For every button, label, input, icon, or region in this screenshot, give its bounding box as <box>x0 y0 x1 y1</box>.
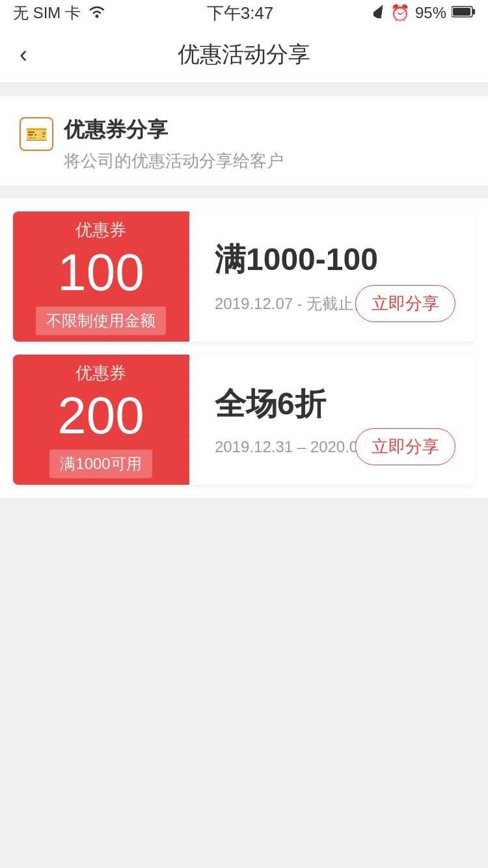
section-subtitle: 将公司的优惠活动分享给客户 <box>64 150 284 172</box>
svg-point-0 <box>96 15 99 18</box>
coupon-name-2: 全场6折 <box>215 383 455 425</box>
coupon-name-1: 满1000-100 <box>215 239 455 280</box>
share-button-1[interactable]: 立即分享 <box>355 285 455 322</box>
svg-rect-4 <box>453 8 470 16</box>
battery-percent: 95% <box>415 4 446 22</box>
scallop-edge-2 <box>180 355 189 485</box>
location-icon <box>373 4 385 22</box>
scallop-edge-1 <box>180 211 189 342</box>
share-button-2[interactable]: 立即分享 <box>355 428 455 465</box>
coupon-condition-2: 满1000可用 <box>49 450 152 478</box>
coupon-card-1: 优惠券 100 不限制使用金额 满1000-100 2019.12.07 - 无… <box>13 211 475 342</box>
coupon-left-1: 优惠券 100 不限制使用金额 <box>13 211 189 342</box>
sim-label: 无 SIM 卡 <box>13 3 81 23</box>
section-title: 优惠券分享 <box>64 116 284 144</box>
coupon-amount-2: 200 <box>57 390 144 442</box>
svg-marker-1 <box>373 4 385 18</box>
section-header: 🎫 优惠券分享 将公司的优惠活动分享给客户 <box>0 96 488 185</box>
nav-bar: ‹ 优惠活动分享 <box>0 26 488 83</box>
section-text: 优惠券分享 将公司的优惠活动分享给客户 <box>64 116 284 172</box>
coupon-list: 优惠券 100 不限制使用金额 满1000-100 2019.12.07 - 无… <box>0 198 488 498</box>
section-icon-box: 🎫 <box>20 117 53 151</box>
coupon-right-1: 满1000-100 2019.12.07 - 无截止日期 立即分享 <box>189 211 475 342</box>
status-bar: 无 SIM 卡 下午3:47 ⏰ 95% <box>0 0 488 26</box>
coupon-condition-1: 不限制使用金额 <box>36 306 166 335</box>
coupon-icon: 🎫 <box>25 124 48 145</box>
coupon-label-2: 优惠券 <box>75 362 126 385</box>
status-left: 无 SIM 卡 <box>13 3 107 23</box>
wifi-icon <box>87 4 107 22</box>
battery-icon <box>452 4 475 22</box>
alarm-icon: ⏰ <box>390 4 410 22</box>
status-time: 下午3:47 <box>207 2 274 25</box>
coupon-amount-1: 100 <box>57 247 144 299</box>
coupon-left-2: 优惠券 200 满1000可用 <box>13 355 189 485</box>
status-right: ⏰ 95% <box>373 4 475 22</box>
svg-rect-3 <box>472 9 475 14</box>
page-title: 优惠活动分享 <box>178 40 310 70</box>
coupon-card-2: 优惠券 200 满1000可用 全场6折 2019.12.31 – 2020.0… <box>13 355 475 485</box>
coupon-label-1: 优惠券 <box>75 219 126 241</box>
coupon-right-2: 全场6折 2019.12.31 – 2020.01.07 立即分享 <box>189 355 475 485</box>
back-button[interactable]: ‹ <box>20 41 27 68</box>
